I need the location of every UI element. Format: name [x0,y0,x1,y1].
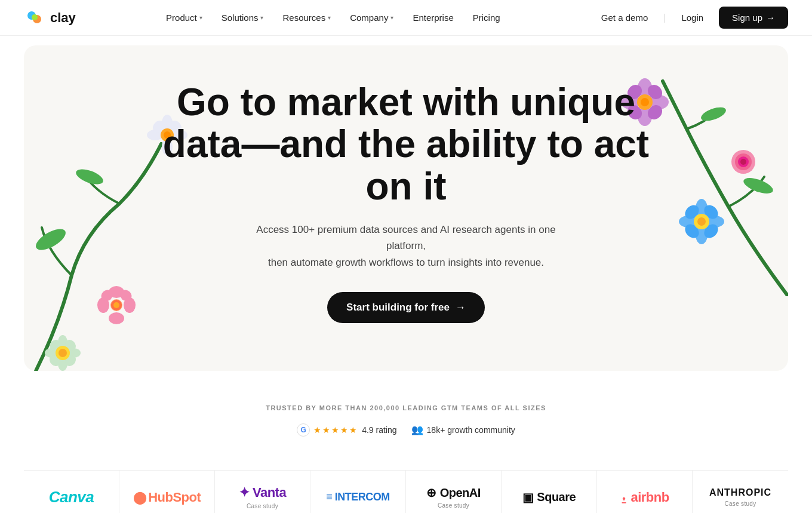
navigation: clay Product ▾ Solutions ▾ Resources ▾ C… [0,0,812,36]
arrow-icon: → [766,13,775,23]
chevron-down-icon: ▾ [328,14,331,21]
start-building-button[interactable]: Start building for free → [327,292,485,323]
svg-point-59 [697,217,706,226]
svg-point-5 [74,166,105,187]
trusted-section: TRUSTED BY MORE THAN 200,000 LEADING GTM… [0,380,812,470]
nav-enterprise[interactable]: Enterprise [404,8,462,27]
nav-links: Product ▾ Solutions ▾ Resources ▾ Compan… [158,8,509,27]
logo-intercom[interactable]: ≡ INTERCOM [310,471,406,513]
login-button[interactable]: Login [670,7,714,28]
svg-point-14 [113,302,119,308]
svg-point-34 [742,175,775,197]
nav-actions: Get a demo | Login Sign up → [590,7,788,29]
community-icon: 👥 [411,424,423,435]
svg-point-24 [59,349,67,357]
svg-point-8 [109,312,124,324]
nav-resources[interactable]: Resources ▾ [274,8,339,27]
g2-rating: G ★★★★★ 4.9 rating [297,423,396,437]
g2-logo: G [297,423,310,437]
logo-canva[interactable]: Canva [24,471,119,513]
logos-row-1: Canva ⬤HubSpot ✦ Vanta Case study ≡ INTE… [24,470,788,513]
hero-title: Go to market with unique data—and the ab… [137,81,675,207]
trusted-stats: G ★★★★★ 4.9 rating 👥 18k+ growth communi… [24,423,788,437]
nav-solutions[interactable]: Solutions ▾ [213,8,272,27]
chevron-down-icon: ▾ [390,14,393,21]
signup-button[interactable]: Sign up → [719,7,788,29]
svg-point-49 [740,159,746,165]
nav-pricing[interactable]: Pricing [465,8,509,27]
community-stat: 👥 18k+ growth community [411,424,515,435]
logo-anthropic[interactable]: ANTHROPIC Case study [693,471,788,513]
chevron-down-icon: ▾ [260,14,263,21]
trusted-label: TRUSTED BY MORE THAN 200,000 LEADING GTM… [24,404,788,411]
chevron-down-icon: ▾ [199,14,202,21]
nav-product[interactable]: Product ▾ [158,8,211,27]
brand-name: clay [50,10,76,26]
nav-company[interactable]: Company ▾ [342,8,402,27]
hero-subtitle: Access 100+ premium data sources and AI … [239,222,573,271]
get-demo-button[interactable]: Get a demo [590,7,659,28]
logo-icon [24,7,45,29]
svg-point-3 [32,14,38,20]
hero-section: Go to market with unique data—and the ab… [24,45,788,371]
brand-logo[interactable]: clay [24,7,76,29]
logo-hubspot[interactable]: ⬤HubSpot [119,471,215,513]
logo-openai[interactable]: ⊕OpenAI Case study [406,471,502,513]
logo-vanta[interactable]: ✦ Vanta Case study [215,471,310,513]
logo-square[interactable]: ▣Square [502,471,597,513]
logo-airbnb[interactable]: ⍚ airbnb [597,471,693,513]
arrow-icon: → [456,302,466,314]
